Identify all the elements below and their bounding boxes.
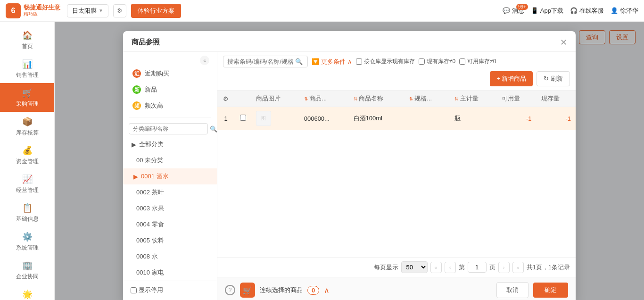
modal-left-panel: « 近 近期购买 新 新品 频 频次高 [123,52,217,300]
available-filter-label[interactable]: 现有库存≠0 [419,58,455,66]
quick-filter-new-label: 新品 [145,85,157,94]
collapse-action-icon[interactable]: ∧ [324,286,330,295]
th-settings[interactable]: ⚙ [217,91,234,107]
cart-icon[interactable]: 🛒 [240,283,255,298]
cat-all-arrow-icon: ▶ [132,141,136,148]
add-product-button[interactable]: + 新增商品 [490,71,533,86]
modal-close-button[interactable]: ✕ [560,38,567,47]
td-check[interactable] [234,107,251,130]
logo-area: 6 畅捷通好生意 精巧版 [6,3,62,18]
sidebar-item-finance[interactable]: 💰 资金管理 [0,141,54,169]
sidebar-item-guide[interactable]: 🌟 新手引导 [0,284,54,300]
cat-item-0002[interactable]: 0002 茶叶 [123,184,217,200]
product-search-icon[interactable]: 🔍 [295,58,303,65]
table-row[interactable]: 1 图 000600... 白酒100ml [217,107,576,130]
cat-item-0004[interactable]: 0004 零食 [123,217,217,233]
main-area: 查询 设置 商品参照 ✕ « [55,22,644,300]
cat-item-0010[interactable]: 0010 家电 [123,265,217,281]
store-arrow-icon: ▼ [99,8,103,13]
message-nav-item[interactable]: 💬 消息 99+ [503,7,524,15]
cat-item-0008[interactable]: 0008 水 [123,249,217,265]
table-header-row: ⚙ 商品图片 ⇅ 商品... ⇅ 商品名称 [217,91,576,107]
warehouse-filter-checkbox[interactable] [356,58,362,65]
cat-item-0001[interactable]: ▶ 0001 酒水 [123,168,217,184]
action-bar: ? 🛒 连续选择的商品 0 ∧ 取消 确定 [217,277,576,300]
show-disabled-text: 显示停用 [139,286,163,294]
pagination: 每页显示 50 10 20 100 « ‹ 第 页 › » [217,257,576,277]
store-selector[interactable]: 日太阳膜 ▼ [67,4,108,17]
cat-item-00[interactable]: 00 未分类 [123,152,217,168]
more-filter-label: 更多条件 [321,58,346,66]
collapse-left-button[interactable]: « [200,56,209,65]
more-filter-button[interactable]: 🔽 更多条件 ∧ [312,58,352,66]
recent-icon: 近 [132,69,141,78]
cancel-button[interactable]: 取消 [496,282,528,298]
filter-arrow-icon: ∧ [347,58,352,65]
th-unit-sort-icon: ⇅ [454,96,458,101]
try-industry-button[interactable]: 体验行业方案 [131,4,181,18]
row-checkbox[interactable] [240,115,246,121]
sidebar-item-purchase[interactable]: 🛒 采购管理 [0,83,54,112]
modal-title: 商品参照 [132,38,160,47]
sidebar-item-enterprise[interactable]: 🏢 企业协同 [0,256,54,284]
sidebar-item-home[interactable]: 🏠 首页 [0,25,54,54]
modal-body: « 近 近期购买 新 新品 频 频次高 [123,52,576,300]
sidebar-item-basic-info-label: 基础信息 [16,215,39,223]
td-stock: -1 [537,107,576,130]
cat-item-0003[interactable]: 0003 水果 [123,200,217,217]
cat-0001-label: 0001 酒水 [141,172,169,181]
store-name: 日太阳膜 [72,7,97,15]
th-img: 商品图片 [251,91,299,107]
sidebar-item-basic-info[interactable]: 📋 基础信息 [0,198,54,227]
sidebar-item-inventory[interactable]: 📦 库存核算 [0,112,54,141]
page-first-button[interactable]: « [430,262,442,273]
page-prev-button[interactable]: ‹ [445,262,456,273]
sidebar-item-sales[interactable]: 📊 销售管理 [0,54,54,83]
th-spec[interactable]: ⇅ 规格... [405,91,450,107]
product-image: 图 [256,111,271,126]
show-disabled-checkbox[interactable] [131,287,137,293]
help-icon[interactable]: ? [225,285,235,295]
logo-title: 畅捷通好生意 [24,4,60,11]
cat-00-label: 00 未分类 [136,156,163,165]
page-last-button[interactable]: » [512,262,524,273]
th-unit[interactable]: ⇅ 主计量 [450,91,497,107]
show-disabled-label[interactable]: 显示停用 [131,286,163,294]
modal-toolbar: 🔍 🔽 更多条件 ∧ 按仓库显示现有库存 [217,52,576,91]
cat-search-icon[interactable]: 🔍 [210,125,217,133]
page-number-input[interactable] [468,262,487,273]
operations-icon: 📈 [22,174,33,184]
refresh-button[interactable]: ↻ 刷新 [537,71,570,86]
cat-item-0005[interactable]: 0005 饮料 [123,233,217,249]
per-page-select[interactable]: 50 10 20 100 [401,261,428,273]
usable-filter-label[interactable]: 可用库存≠0 [459,58,496,66]
message-icon: 💬 [503,7,510,14]
cat-0005-label: 0005 饮料 [136,236,164,245]
confirm-button[interactable]: 确定 [533,283,568,298]
td-spec [405,107,450,130]
sales-icon: 📊 [22,59,33,69]
usable-filter-checkbox[interactable] [459,58,465,65]
th-code[interactable]: ⇅ 商品... [299,91,349,107]
available-filter-checkbox[interactable] [419,58,425,65]
app-download-nav-item[interactable]: 📱 App下载 [531,7,563,15]
th-name[interactable]: ⇅ 商品名称 [349,91,405,107]
sidebar-item-operations-label: 经营管理 [16,186,39,194]
cat-search-row: 🔍 [123,121,217,136]
page-next-button[interactable]: › [498,262,510,273]
cat-item-all[interactable]: ▶ 全部分类 [123,136,217,152]
quick-filter-new[interactable]: 新 新品 [129,82,211,97]
quick-filter-freq[interactable]: 频 频次高 [129,98,211,113]
user-nav-item[interactable]: 👤 徐泽华 [611,7,638,15]
page-prefix-label: 第 [459,263,465,272]
online-service-nav-item[interactable]: 🎧 在线客服 [570,7,604,15]
quick-filter-recent[interactable]: 近 近期购买 [129,66,211,81]
sidebar-item-operations[interactable]: 📈 经营管理 [0,169,54,198]
td-unit: 瓶 [450,107,497,130]
cat-search-input[interactable] [129,123,208,134]
product-table-container: ⚙ 商品图片 ⇅ 商品... ⇅ 商品名称 [217,91,576,257]
settings-button[interactable]: ⚙ [113,4,126,17]
warehouse-filter-label[interactable]: 按仓库显示现有库存 [356,58,415,66]
product-search-input[interactable] [227,58,293,65]
sidebar-item-system[interactable]: ⚙️ 系统管理 [0,227,54,256]
